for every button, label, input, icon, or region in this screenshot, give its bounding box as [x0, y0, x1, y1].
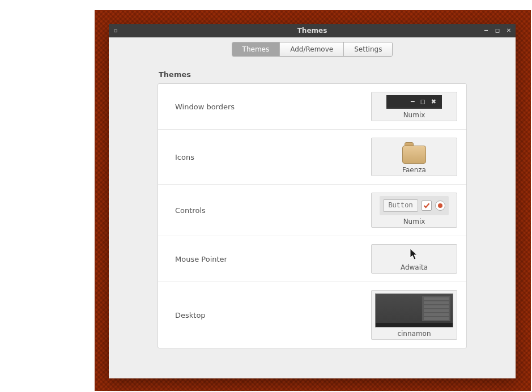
- row-controls-label: Controls: [175, 206, 371, 215]
- close-button[interactable]: ✕: [505, 27, 512, 34]
- maximize-button[interactable]: ◻: [494, 27, 501, 34]
- chooser-controls[interactable]: Button Numix: [371, 193, 457, 228]
- chooser-mouse-pointer-value: Adwaita: [401, 263, 428, 271]
- chooser-desktop[interactable]: cinnamon: [371, 290, 457, 340]
- themes-window: ▫ Themes ━ ◻ ✕ Themes Add/Remove Setting…: [109, 24, 516, 378]
- row-window-borders: Window borders ━ ◻ ✖ Numix: [158, 84, 466, 130]
- content-area: Themes Window borders ━ ◻ ✖ Numix: [109, 70, 516, 360]
- cursor-icon: [409, 248, 419, 261]
- tab-themes[interactable]: Themes: [232, 42, 280, 56]
- chooser-icons-value: Faenza: [402, 166, 426, 174]
- maximize-icon: ◻: [420, 99, 425, 105]
- window-title: Themes: [109, 27, 516, 35]
- close-icon: ✖: [431, 99, 436, 105]
- themes-card: Window borders ━ ◻ ✖ Numix Icons: [158, 83, 467, 348]
- row-desktop: Desktop cinnamon: [158, 282, 466, 348]
- row-mouse-pointer-label: Mouse Pointer: [175, 255, 371, 263]
- section-heading: Themes: [159, 70, 467, 79]
- checkbox-icon: [422, 201, 432, 211]
- tab-add-remove[interactable]: Add/Remove: [280, 42, 344, 56]
- minimize-icon: ━: [411, 99, 415, 105]
- minimize-button[interactable]: ━: [483, 27, 490, 34]
- window-borders-preview: ━ ◻ ✖: [375, 95, 453, 109]
- chooser-mouse-pointer[interactable]: Adwaita: [371, 244, 457, 274]
- chooser-window-borders-value: Numix: [403, 111, 425, 119]
- row-mouse-pointer: Mouse Pointer Adwaita: [158, 236, 466, 282]
- row-desktop-label: Desktop: [175, 311, 371, 319]
- button-icon: Button: [383, 199, 418, 212]
- row-controls: Controls Button Numix: [158, 185, 466, 236]
- row-icons: Icons Faenza: [158, 130, 466, 185]
- folder-icon: [402, 141, 426, 164]
- desktop-preview: [375, 293, 453, 327]
- row-window-borders-label: Window borders: [175, 103, 371, 111]
- chooser-window-borders[interactable]: ━ ◻ ✖ Numix: [371, 92, 457, 121]
- tab-bar: Themes Add/Remove Settings: [109, 37, 516, 63]
- chooser-controls-value: Numix: [403, 218, 425, 225]
- controls-preview: Button: [375, 196, 453, 215]
- tab-settings[interactable]: Settings: [344, 42, 392, 56]
- radio-icon: [435, 201, 445, 211]
- row-icons-label: Icons: [175, 153, 371, 161]
- icons-preview: [375, 141, 453, 164]
- chooser-desktop-value: cinnamon: [397, 330, 431, 338]
- chooser-icons[interactable]: Faenza: [371, 138, 457, 176]
- calendar-icon: [422, 296, 450, 321]
- window-titlebar[interactable]: ▫ Themes ━ ◻ ✕: [109, 24, 516, 37]
- menu-icon[interactable]: ▫: [112, 27, 119, 34]
- mouse-pointer-preview: [375, 248, 453, 261]
